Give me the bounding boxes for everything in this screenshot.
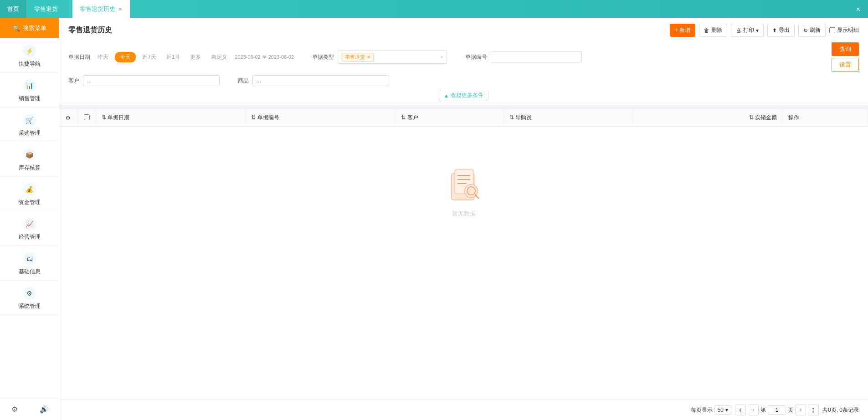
tab-retail-return[interactable]: 零售退货 ✕ — [27, 0, 72, 18]
filter-area: 单据日期 昨天 今天 近7天 近1月 更多 自定义 2023-06-02 至 2… — [68, 42, 859, 105]
display-toggle[interactable]: 显示明细 — [829, 26, 859, 34]
speaker-icon[interactable]: 🔊 — [38, 403, 51, 415]
date-btn-yesterday[interactable]: 昨天 — [94, 52, 112, 62]
date-btn-custom[interactable]: 自定义 — [207, 52, 231, 62]
empty-state: 暂无数据 — [59, 127, 868, 254]
tab-retail-return-history[interactable]: 零售退货历史 ✕ — [72, 0, 130, 18]
tab-retail-return-close[interactable]: ✕ — [61, 6, 65, 12]
export-icon: ⬆ — [772, 27, 777, 34]
export-button[interactable]: ⬆ 导出 — [767, 24, 795, 37]
filter-settings-button[interactable]: 设置 — [832, 58, 859, 72]
operations-icon: 📈 — [23, 218, 36, 230]
display-label: 显示明细 — [837, 26, 859, 34]
collapse-button[interactable]: ▲ 收起更多条件 — [439, 90, 489, 101]
voucher-type-tag-close[interactable]: ✕ — [367, 55, 370, 60]
page-nav: ⟪ ‹ 第 页 › ⟫ — [735, 405, 819, 415]
page-prev-btn[interactable]: ‹ — [748, 405, 759, 415]
page-number-input[interactable] — [768, 405, 786, 415]
page-first-btn[interactable]: ⟪ — [735, 405, 746, 415]
print-button[interactable]: 🖨 打印 ▾ — [731, 24, 764, 37]
top-bar-close[interactable]: ✕ — [848, 6, 868, 13]
collapse-label: 收起更多条件 — [451, 92, 483, 99]
new-button[interactable]: + 新增 — [670, 24, 695, 37]
sidebar-search[interactable]: 🔍 搜索菜单 — [0, 18, 59, 38]
export-label: 导出 — [779, 26, 790, 34]
th-voucher-no: ⇅ 单据编号 — [246, 109, 395, 127]
sidebar-item-inventory-label: 库存核算 — [19, 164, 41, 172]
voucher-type-tag: 零售退货 ✕ — [342, 53, 374, 61]
svg-line-7 — [475, 195, 478, 198]
total-label: 共0页, 0条记录 — [822, 406, 859, 414]
voucher-no-label: 单据编号 — [465, 53, 487, 61]
sidebar-item-system[interactable]: ⚙ 系统管理 — [0, 281, 59, 315]
voucher-type-tag-text: 零售退货 — [345, 54, 365, 61]
page-size-select: 每页显示 50 ▾ — [691, 405, 731, 415]
sidebar-item-purchase-label: 采购管理 — [19, 129, 41, 137]
settings-bottom-icon[interactable]: ⚙ — [8, 403, 21, 415]
customer-filter: 客户 — [68, 75, 220, 86]
th-amount-label: ⇅ 实销金额 — [749, 114, 777, 121]
voucher-no-input[interactable] — [491, 51, 582, 62]
page-last-btn[interactable]: ⟫ — [808, 405, 819, 415]
date-btn-7days[interactable]: 近7天 — [139, 52, 160, 62]
sidebar-item-operations-label: 经营管理 — [19, 233, 41, 241]
th-gear[interactable]: ⚙ — [59, 109, 77, 127]
query-button[interactable]: 查询 — [832, 42, 859, 56]
delete-label: 删除 — [711, 26, 722, 34]
page-size-dropdown[interactable]: 50 ▾ — [714, 405, 731, 415]
date-btn-1month[interactable]: 近1月 — [163, 52, 184, 62]
page-unit: 页 — [788, 406, 793, 414]
delete-button[interactable]: 🗑 删除 — [699, 24, 727, 37]
voucher-type-filter: 单据类型 零售退货 ✕ ▾ — [312, 51, 447, 64]
search-icon: 🔍 — [13, 25, 20, 32]
sidebar-item-sales[interactable]: 📊 销售管理 — [0, 73, 59, 108]
filter-row-1: 单据日期 昨天 今天 近7天 近1月 更多 自定义 2023-06-02 至 2… — [68, 42, 859, 72]
page-title: 零售退货历史 — [68, 26, 112, 35]
sales-icon: 📊 — [23, 79, 36, 92]
page-title-row: 零售退货历史 + 新增 🗑 删除 🖨 打印 ▾ ⬆ 导出 — [68, 24, 859, 37]
sidebar-item-purchase[interactable]: 🛒 采购管理 — [0, 108, 59, 142]
sidebar-item-finance-label: 资金管理 — [19, 199, 41, 206]
th-guide-label: ⇅ 导购员 — [509, 114, 532, 121]
voucher-type-select[interactable]: 零售退货 ✕ ▾ — [338, 51, 447, 64]
empty-icon — [443, 163, 484, 204]
display-checkbox[interactable] — [829, 27, 835, 33]
customer-input[interactable] — [83, 75, 220, 86]
basic-info-icon: 🗂 — [23, 252, 36, 265]
sidebar-item-finance[interactable]: 💰 资金管理 — [0, 177, 59, 211]
finance-icon: 💰 — [23, 183, 36, 196]
sidebar-item-sales-label: 销售管理 — [19, 95, 41, 102]
select-all-checkbox[interactable] — [84, 114, 90, 120]
date-filter-item: 单据日期 昨天 今天 近7天 近1月 更多 自定义 2023-06-02 至 2… — [68, 52, 294, 62]
date-btn-today[interactable]: 今天 — [115, 52, 136, 62]
sidebar: 🔍 搜索菜单 ⚡ 快捷导航 📊 销售管理 🛒 采购管理 📦 库存核算 💰 资金管… — [0, 18, 59, 420]
th-customer: ⇅ 客户 — [395, 109, 504, 127]
tab-home[interactable]: 首页 — [0, 0, 27, 18]
th-action-label: 操作 — [788, 114, 799, 121]
print-label: 打印 — [743, 26, 754, 34]
voucher-no-filter: 单据编号 — [465, 51, 582, 62]
pagination-bar: 每页显示 50 ▾ ⟪ ‹ 第 页 › ⟫ 共0页, 0条记录 — [59, 400, 868, 420]
customer-label: 客户 — [68, 77, 79, 85]
th-checkbox[interactable] — [77, 109, 96, 127]
sidebar-item-inventory[interactable]: 📦 库存核算 — [0, 142, 59, 177]
page-next-btn[interactable]: › — [795, 405, 806, 415]
refresh-button[interactable]: ↻ 刷新 — [798, 24, 826, 37]
goods-input[interactable] — [252, 75, 389, 86]
sidebar-item-basic-info[interactable]: 🗂 基础信息 — [0, 246, 59, 281]
inventory-icon: 📦 — [23, 149, 36, 161]
refresh-icon: ↻ — [803, 27, 808, 34]
date-filter-buttons: 昨天 今天 近7天 近1月 更多 自定义 — [94, 52, 231, 62]
sidebar-item-operations[interactable]: 📈 经营管理 — [0, 211, 59, 246]
th-date-label: ⇅ 单据日期 — [102, 114, 129, 121]
toolbar-actions: + 新增 🗑 删除 🖨 打印 ▾ ⬆ 导出 ↻ — [670, 24, 859, 37]
date-btn-more[interactable]: 更多 — [186, 52, 205, 62]
page-label: 第 — [760, 406, 766, 414]
tab-retail-return-history-close[interactable]: ✕ — [118, 6, 122, 12]
main-layout: 🔍 搜索菜单 ⚡ 快捷导航 📊 销售管理 🛒 采购管理 📦 库存核算 💰 资金管… — [0, 18, 868, 420]
select-dropdown-icon: ▾ — [441, 55, 443, 60]
empty-text: 暂无数据 — [452, 210, 476, 218]
sidebar-item-quick-nav[interactable]: ⚡ 快捷导航 — [0, 38, 59, 73]
sidebar-item-basic-info-label: 基础信息 — [19, 268, 41, 276]
collapse-up-icon: ▲ — [444, 92, 449, 99]
